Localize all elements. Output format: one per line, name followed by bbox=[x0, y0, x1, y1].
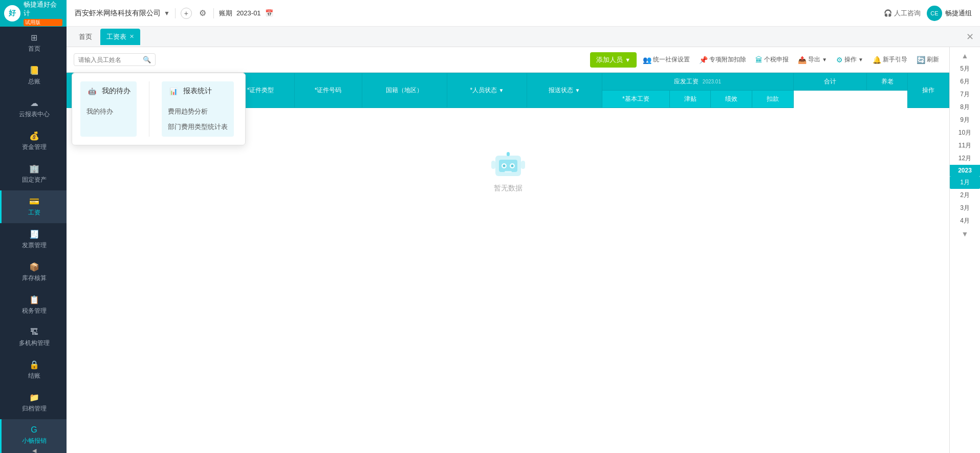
tab-close-icon[interactable]: ✕ bbox=[129, 33, 134, 40]
th-payable-wage: 应发工资 2023.01 bbox=[602, 73, 793, 91]
topbar-divider-1 bbox=[175, 8, 176, 18]
invoice-icon: 🧾 bbox=[29, 229, 39, 239]
company-selector[interactable]: 西安虾米网络科技有限公司 ▼ bbox=[75, 9, 170, 18]
month-10[interactable]: 10月 bbox=[950, 126, 980, 139]
report-status-filter-icon[interactable]: ▼ bbox=[575, 88, 580, 93]
th-report-status: 报送状态 ▼ bbox=[527, 73, 602, 108]
month-5[interactable]: 5月 bbox=[950, 62, 980, 75]
refresh-action[interactable]: 🔄 刷新 bbox=[913, 53, 942, 66]
settings-button[interactable]: ⚙ bbox=[197, 8, 208, 19]
month-8[interactable]: 8月 bbox=[950, 101, 980, 114]
fund-icon: 💰 bbox=[29, 131, 39, 141]
sidebar-item-xiaochang[interactable]: G 小畅报销 ◀ bbox=[0, 419, 67, 453]
search-input[interactable] bbox=[78, 56, 140, 63]
topbar-right: 🎧 人工咨询 CE 畅捷通组 bbox=[884, 6, 972, 21]
th-nationality: 国籍（地区） bbox=[362, 73, 447, 108]
close-all-icon[interactable]: ✕ bbox=[966, 31, 974, 42]
month-9[interactable]: 9月 bbox=[950, 114, 980, 126]
user-menu[interactable]: CE 畅捷通组 bbox=[927, 6, 972, 21]
dropdown-col-todo: 🤖 我的待办 我的待办 bbox=[80, 81, 137, 137]
company-name: 西安虾米网络科技有限公司 bbox=[75, 9, 161, 18]
month-mar[interactable]: 3月 bbox=[950, 202, 980, 214]
sidebar-item-closing[interactable]: 🔒 结账 bbox=[0, 354, 67, 386]
month-11[interactable]: 11月 bbox=[950, 139, 980, 152]
sidebar-item-home[interactable]: ⊞ 首页 bbox=[0, 27, 67, 59]
calendar-months-prev: 5月 6月 7月 8月 9月 10月 11月 12月 bbox=[950, 62, 980, 165]
sidebar-item-ledger[interactable]: 📒 总账 bbox=[0, 59, 67, 92]
archive-icon: 📁 bbox=[29, 393, 39, 402]
tab-salary-table[interactable]: 工资表 ✕ bbox=[100, 29, 140, 45]
export-action[interactable]: 📤 导出 ▼ bbox=[795, 53, 830, 66]
dropdown-item-dept-cost[interactable]: 部门费用类型统计表 bbox=[168, 121, 228, 133]
month-jan[interactable]: 1月 bbox=[950, 176, 980, 189]
sidebar-logo: 好 畅捷通好会计 试用版 bbox=[0, 0, 67, 27]
dropdown-inner: 🤖 我的待办 我的待办 📊 报表统计 费用趋势分析 部门费用类型统计表 bbox=[80, 81, 237, 137]
tab-home[interactable]: 首页 bbox=[73, 29, 98, 45]
guide-bell-icon: 🔔 bbox=[873, 56, 881, 64]
dropdown-report-header: 📊 报表统计 bbox=[168, 85, 228, 97]
calendar-months-current: 1月 2月 3月 4月 bbox=[950, 176, 980, 227]
period-value: 2023-01 bbox=[236, 9, 261, 17]
month-6[interactable]: 6月 bbox=[950, 75, 980, 88]
guide-action[interactable]: 🔔 新手引导 bbox=[869, 53, 910, 66]
sidebar-item-fixed-assets[interactable]: 🏢 固定资产 bbox=[0, 158, 67, 190]
tax-report-icon: 🏛 bbox=[755, 56, 763, 64]
period-display: 账期 2023-01 📅 bbox=[219, 9, 273, 18]
svg-rect-8 bbox=[491, 161, 495, 169]
special-deduction-action[interactable]: 📌 专项附加扣除 bbox=[696, 53, 749, 66]
month-12[interactable]: 12月 bbox=[950, 152, 980, 165]
inventory-icon: 📦 bbox=[29, 262, 39, 272]
calendar-up-button[interactable]: ▲ bbox=[959, 49, 972, 62]
topbar: 西安虾米网络科技有限公司 ▼ + ⚙ 账期 2023-01 📅 🎧 人工咨询 C… bbox=[67, 0, 980, 27]
add-company-button[interactable]: + bbox=[181, 8, 192, 19]
month-feb[interactable]: 2月 bbox=[950, 189, 980, 202]
th-deduction: 扣款 bbox=[752, 91, 793, 108]
calendar-sidebar: ▲ 5月 6月 7月 8月 9月 10月 11月 12月 2023 1月 2月 … bbox=[949, 47, 980, 453]
refresh-icon: 🔄 bbox=[917, 56, 925, 64]
tabbar: 首页 工资表 ✕ ✕ bbox=[67, 27, 980, 47]
calendar-down-button[interactable]: ▼ bbox=[959, 227, 972, 241]
company-dropdown-icon: ▼ bbox=[164, 10, 170, 17]
sidebar-item-inventory[interactable]: 📦 库存核算 bbox=[0, 256, 67, 289]
export-icon: 📤 bbox=[798, 56, 807, 64]
sidebar-item-cloud-report[interactable]: ☁ 云报表中心 bbox=[0, 92, 67, 125]
calendar-icon[interactable]: 📅 bbox=[265, 9, 273, 17]
add-person-label: 添加人员 bbox=[596, 55, 623, 64]
svg-rect-7 bbox=[507, 152, 510, 156]
sidebar-item-fund[interactable]: 💰 资金管理 bbox=[0, 125, 67, 158]
special-deduction-icon: 📌 bbox=[699, 56, 708, 64]
month-7[interactable]: 7月 bbox=[950, 88, 980, 101]
dropdown-item-my-todo[interactable]: 我的待办 bbox=[86, 106, 130, 117]
dropdown-item-cost-trend[interactable]: 费用趋势分析 bbox=[168, 106, 228, 117]
empty-text: 暂无数据 bbox=[494, 184, 522, 193]
th-id-number: *证件号码 bbox=[294, 73, 362, 108]
person-status-filter-icon[interactable]: ▼ bbox=[498, 88, 504, 93]
dropdown-col-report: 📊 报表统计 费用趋势分析 部门费用类型统计表 bbox=[162, 81, 234, 137]
add-person-arrow-icon: ▼ bbox=[625, 57, 630, 63]
tab-salary-label: 工资表 bbox=[106, 32, 126, 41]
sidebar-item-multi-org[interactable]: 🏗 多机构管理 bbox=[0, 321, 67, 354]
sidebar-item-invoice[interactable]: 🧾 发票管理 bbox=[0, 223, 67, 256]
search-icon[interactable]: 🔍 bbox=[143, 56, 151, 63]
operation-icon: ⚙ bbox=[836, 56, 843, 64]
support-button[interactable]: 🎧 人工咨询 bbox=[884, 9, 921, 18]
building-icon: 🏢 bbox=[29, 164, 39, 174]
sidebar-item-archive[interactable]: 📁 归档管理 bbox=[0, 386, 67, 419]
dropdown-menu: 🤖 我的待办 我的待办 📊 报表统计 费用趋势分析 部门费用类型统计表 bbox=[72, 73, 246, 145]
social-security-action[interactable]: 👥 统一社保设置 bbox=[640, 53, 693, 66]
tax-icon: 📋 bbox=[29, 295, 39, 305]
th-person-status: *人员状态 ▼ bbox=[447, 73, 527, 108]
personal-tax-action[interactable]: 🏛 个税申报 bbox=[752, 53, 792, 66]
dropdown-divider bbox=[149, 81, 149, 137]
sidebar-nav: ⊞ 首页 📒 总账 ☁ 云报表中心 💰 资金管理 🏢 固定资产 💳 工资 🧾 发… bbox=[0, 27, 67, 453]
month-apr[interactable]: 4月 bbox=[950, 214, 980, 227]
operation-arrow-icon: ▼ bbox=[858, 57, 863, 62]
empty-icon bbox=[488, 143, 529, 184]
th-basic-wage: *基本工资 bbox=[602, 91, 669, 108]
add-person-button[interactable]: 添加人员 ▼ bbox=[590, 52, 637, 68]
ledger-icon: 📒 bbox=[29, 66, 39, 75]
sidebar-item-salary[interactable]: 💳 工资 bbox=[0, 190, 67, 223]
operation-action[interactable]: ⚙ 操作 ▼ bbox=[833, 53, 866, 66]
sidebar-item-tax[interactable]: 📋 税务管理 bbox=[0, 289, 67, 321]
todo-header-icon: 🤖 bbox=[86, 85, 98, 97]
